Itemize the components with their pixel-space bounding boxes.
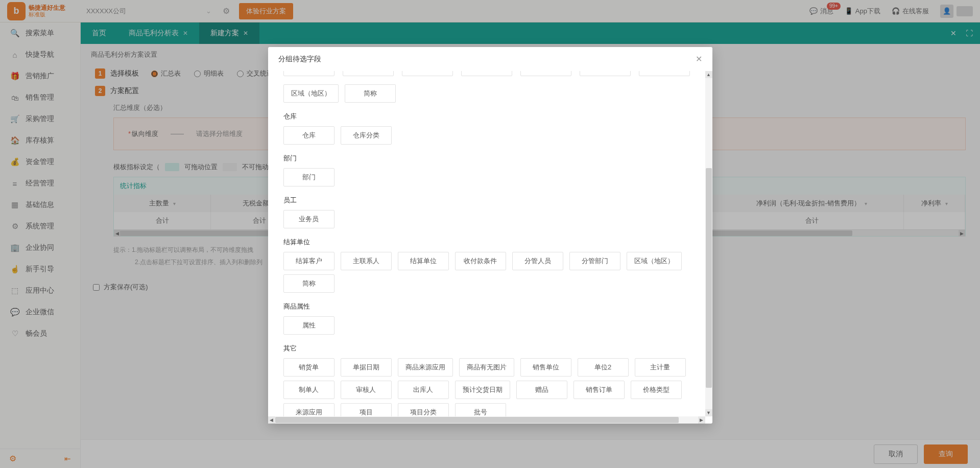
- field-button[interactable]: 批号: [455, 403, 506, 416]
- field-button[interactable]: 部门: [283, 168, 334, 186]
- field-button[interactable]: 价格类型: [631, 381, 682, 399]
- field-button[interactable]: 结算客户: [283, 252, 334, 270]
- field-button[interactable]: 分管人员: [512, 252, 563, 270]
- field-button[interactable]: 业务员: [283, 210, 334, 228]
- field-button[interactable]: 商品来源应用: [398, 358, 453, 377]
- field-button[interactable]: 赠品: [516, 381, 567, 399]
- field-button[interactable]: 来源应用: [283, 403, 334, 416]
- field-button[interactable]: 项目: [341, 403, 392, 416]
- field-button-partial[interactable]: [580, 71, 631, 76]
- modal-title: 分组待选字段: [278, 55, 321, 64]
- field-button[interactable]: 销售订单: [573, 381, 625, 399]
- field-button[interactable]: 简称: [283, 274, 334, 293]
- field-button[interactable]: 项目分类: [398, 403, 449, 416]
- vscroll-thumb[interactable]: [706, 168, 712, 388]
- scroll-up-icon[interactable]: ▲: [705, 71, 712, 78]
- modal-horizontal-scrollbar[interactable]: ◀ ▶: [268, 416, 705, 424]
- field-group-title: 部门: [283, 154, 690, 163]
- field-button[interactable]: 预计交货日期: [455, 381, 510, 399]
- field-button[interactable]: 审核人: [341, 381, 392, 399]
- field-group-title: 结算单位: [283, 238, 690, 247]
- field-button[interactable]: 销售单位: [520, 358, 571, 377]
- field-button[interactable]: 收付款条件: [455, 252, 506, 270]
- field-button-partial[interactable]: [402, 71, 453, 76]
- field-button[interactable]: 商品有无图片: [459, 358, 514, 377]
- field-button[interactable]: 分管部门: [569, 252, 620, 270]
- field-button[interactable]: 主计量: [635, 358, 686, 377]
- field-selector-modal: 分组待选字段 ✕ 区域（地区）简称 仓库仓库仓库分类部门部门员工业务员结算单位结…: [268, 47, 712, 424]
- field-group-title: 商品属性: [283, 302, 690, 311]
- modal-close-button[interactable]: ✕: [696, 54, 702, 64]
- field-button[interactable]: 单据日期: [341, 358, 392, 377]
- field-button[interactable]: 简称: [345, 84, 396, 103]
- field-button-partial[interactable]: [639, 71, 690, 76]
- field-button[interactable]: 区域（地区）: [627, 252, 682, 270]
- field-button[interactable]: 仓库: [283, 126, 334, 145]
- modal-scroll-left-icon[interactable]: ◀: [268, 416, 275, 424]
- field-button-partial[interactable]: [283, 71, 334, 76]
- scroll-down-icon[interactable]: ▼: [705, 409, 712, 416]
- field-button[interactable]: 区域（地区）: [283, 84, 339, 103]
- field-group-title: 员工: [283, 196, 690, 205]
- hscroll-thumb[interactable]: [275, 417, 679, 423]
- field-button-partial[interactable]: [520, 71, 571, 76]
- modal-scroll-right-icon[interactable]: ▶: [698, 416, 705, 424]
- field-button[interactable]: 销货单: [283, 358, 334, 377]
- field-button-partial[interactable]: [461, 71, 512, 76]
- field-button[interactable]: 属性: [283, 316, 334, 335]
- field-group-title: 仓库: [283, 112, 690, 121]
- field-button[interactable]: 结算单位: [398, 252, 449, 270]
- field-button[interactable]: 制单人: [283, 381, 334, 399]
- field-button[interactable]: 仓库分类: [341, 126, 392, 145]
- field-group-title: 其它: [283, 344, 690, 353]
- field-button-partial[interactable]: [343, 71, 394, 76]
- field-button[interactable]: 出库人: [398, 381, 449, 399]
- modal-vertical-scrollbar[interactable]: ▲ ▼: [705, 71, 712, 416]
- field-button[interactable]: 主联系人: [341, 252, 392, 270]
- field-button[interactable]: 单位2: [578, 358, 629, 377]
